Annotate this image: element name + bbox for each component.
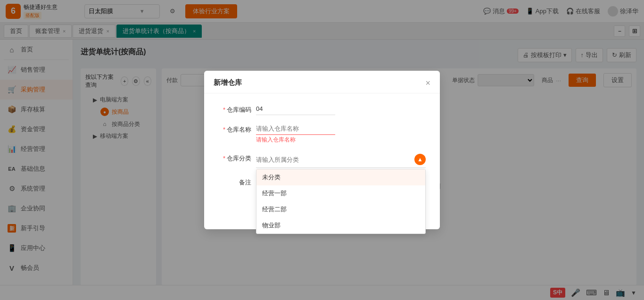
- modal-overlay: 新增仓库 × 仓库编码 仓库名称 请输入仓库名称 仓库分类: [0, 0, 644, 300]
- modal-close-btn[interactable]: ×: [425, 79, 430, 87]
- name-error-msg: 请输入仓库名称: [256, 136, 426, 144]
- category-field-row: 仓库分类 ▲ 未分类 经营一部 经营二部 物业部: [218, 151, 426, 168]
- code-label: 仓库编码: [218, 103, 251, 114]
- name-input[interactable]: [256, 123, 335, 135]
- code-field-row: 仓库编码: [218, 103, 426, 115]
- dropdown-item-unclassified[interactable]: 未分类: [256, 169, 425, 185]
- code-input[interactable]: [256, 103, 335, 115]
- dropdown-item-dept3[interactable]: 物业部: [256, 217, 425, 233]
- modal-header: 新增仓库 ×: [204, 71, 440, 93]
- category-dropdown[interactable]: ▲: [256, 151, 426, 168]
- modal-title: 新增仓库: [214, 78, 242, 87]
- name-input-wrapper: 请输入仓库名称: [256, 123, 426, 144]
- modal-body: 仓库编码 仓库名称 请输入仓库名称 仓库分类 ▲: [204, 93, 440, 205]
- category-input-wrapper: ▲ 未分类 经营一部 经营二部 物业部: [256, 151, 426, 168]
- name-field-row: 仓库名称 请输入仓库名称: [218, 123, 426, 144]
- new-warehouse-modal: 新增仓库 × 仓库编码 仓库名称 请输入仓库名称 仓库分类: [204, 71, 440, 229]
- dropdown-item-dept1[interactable]: 经营一部: [256, 185, 425, 201]
- category-label: 仓库分类: [218, 151, 251, 163]
- code-input-wrapper: [256, 103, 426, 115]
- category-dropdown-list: 未分类 经营一部 经营二部 物业部: [256, 169, 426, 234]
- note-label: 备注: [218, 175, 251, 187]
- name-label: 仓库名称: [218, 123, 251, 134]
- dropdown-up-arrow[interactable]: ▲: [414, 154, 426, 165]
- category-input[interactable]: [256, 156, 414, 163]
- dropdown-item-dept2[interactable]: 经营二部: [256, 201, 425, 217]
